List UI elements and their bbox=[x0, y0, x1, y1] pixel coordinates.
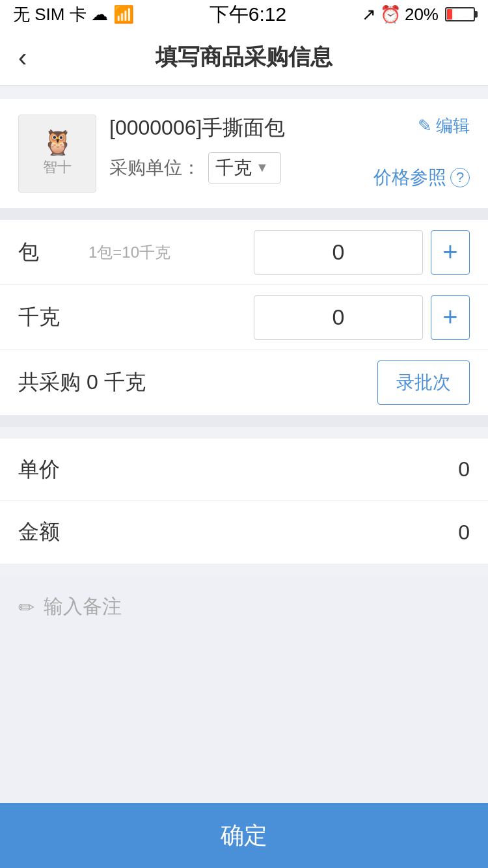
product-name: [0000006]手撕面包 bbox=[109, 115, 470, 142]
status-left: 无 SIM 卡 ☁ 📶 bbox=[13, 3, 134, 26]
nav-bar: ‹ 填写商品采购信息 bbox=[0, 29, 488, 86]
product-owl-icon: 🦉 bbox=[42, 130, 73, 155]
remark-placeholder: 输入备注 bbox=[44, 593, 122, 620]
bao-plus-button[interactable]: + bbox=[431, 230, 470, 275]
status-bar: 无 SIM 卡 ☁ 📶 下午6:12 ↗ ⏰ 20% bbox=[0, 0, 488, 29]
danjia-label: 单价 bbox=[18, 455, 60, 484]
qianke-field: 0 + bbox=[83, 295, 470, 340]
jine-value: 0 bbox=[458, 521, 470, 545]
bao-label: 包 bbox=[18, 238, 83, 267]
bao-row: 包 1包=10千克 0 + bbox=[0, 220, 488, 285]
battery-icon bbox=[445, 7, 475, 21]
bao-input[interactable]: 0 bbox=[254, 230, 423, 275]
bao-field: 0 + bbox=[170, 230, 470, 275]
qianke-label: 千克 bbox=[18, 303, 83, 332]
section-divider-2 bbox=[0, 415, 488, 427]
price-section: 单价 0 金额 0 bbox=[0, 439, 488, 563]
summary-row: 共采购 0 千克 录批次 bbox=[0, 350, 488, 415]
no-sim-text: 无 SIM 卡 ☁ bbox=[13, 3, 108, 26]
unit-arrow-icon: ▼ bbox=[256, 160, 269, 175]
qianke-input[interactable]: 0 bbox=[254, 295, 423, 340]
unit-label: 采购单位： bbox=[109, 156, 200, 180]
edit-icon: ✎ bbox=[418, 116, 432, 136]
status-time: 下午6:12 bbox=[210, 1, 286, 28]
battery-percent: 20% bbox=[405, 5, 439, 25]
page-title: 填写商品采购信息 bbox=[156, 42, 332, 72]
back-button[interactable]: ‹ bbox=[18, 44, 27, 70]
jine-row: 金额 0 bbox=[0, 501, 488, 563]
confirm-button[interactable]: 确定 bbox=[0, 803, 488, 868]
qianke-row: 千克 0 + bbox=[0, 285, 488, 350]
alarm-icon: ⏰ bbox=[380, 5, 401, 25]
location-icon: ↗ bbox=[362, 5, 376, 25]
bao-sublabel: 1包=10千克 bbox=[88, 242, 170, 263]
product-thumbnail: 🦉 智十 bbox=[18, 115, 96, 193]
jine-label: 金额 bbox=[18, 518, 60, 547]
price-ref-button[interactable]: 价格参照 ? bbox=[373, 165, 470, 190]
unit-select[interactable]: 千克 ▼ bbox=[208, 152, 281, 183]
danjia-row: 单价 0 bbox=[0, 439, 488, 501]
status-right: ↗ ⏰ 20% bbox=[362, 5, 475, 25]
price-ref-label: 价格参照 bbox=[373, 165, 446, 190]
edit-button[interactable]: ✎ 编辑 bbox=[418, 115, 470, 137]
danjia-value: 0 bbox=[458, 457, 470, 481]
section-divider-1 bbox=[0, 208, 488, 220]
qianke-plus-button[interactable]: + bbox=[431, 295, 470, 340]
remark-icon: ✏ bbox=[18, 596, 34, 619]
product-thumb-subtext: 智十 bbox=[43, 157, 72, 177]
summary-text: 共采购 0 千克 bbox=[18, 368, 146, 397]
edit-label: 编辑 bbox=[436, 115, 470, 137]
batch-button[interactable]: 录批次 bbox=[377, 360, 470, 405]
unit-value: 千克 bbox=[215, 156, 252, 180]
input-section: 包 1包=10千克 0 + 千克 0 + 共采购 0 千克 录批次 bbox=[0, 220, 488, 415]
price-ref-icon: ? bbox=[450, 168, 470, 187]
wifi-icon: 📶 bbox=[113, 5, 134, 25]
product-card: 🦉 智十 [0000006]手撕面包 采购单位： 千克 ▼ ✎ 编辑 价格参照 … bbox=[0, 99, 488, 208]
